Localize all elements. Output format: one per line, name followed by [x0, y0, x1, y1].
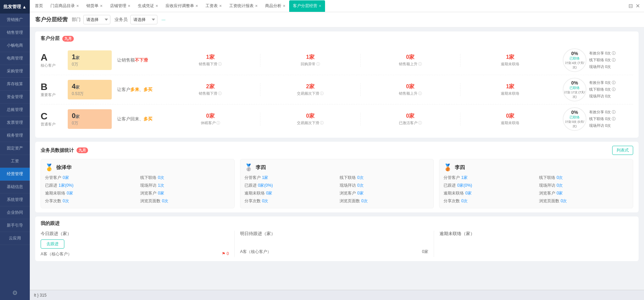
tab-close-icon[interactable]: ✕ [195, 4, 198, 8]
tier-circle-B: 0%已联络计划 17次 (7天/次) [563, 78, 586, 101]
bottom-bar: It } 315 [30, 290, 644, 300]
sidebar-item-库存核算[interactable]: 库存核算 [0, 78, 30, 91]
tab-close-button[interactable]: ✕ [636, 3, 640, 9]
business-stats-section: 业务员数据统计 九月 列表式 🥇徐泽华分管客户0家线下联络0次已跟进1家(0%)… [35, 142, 639, 212]
tier-circle-pct: 0% [571, 80, 578, 86]
staff-medal: 🥉 [444, 163, 452, 171]
follow-col-today: 今日跟进（家） 去跟进 A客（核心客户） ⚑ 0 [41, 231, 235, 257]
sidebar-item-经营管理[interactable]: 经营管理 [0, 168, 30, 181]
sidebar-item-小畅电商[interactable]: 小畅电商 [0, 39, 30, 52]
sidebar-item-发票管理[interactable]: 发票管理 [0, 116, 30, 129]
tab-close-icon[interactable]: ✕ [283, 4, 285, 8]
staff-name-row: 🥈李四 [244, 163, 430, 171]
list-view-button[interactable]: 列表式 [612, 146, 633, 155]
tab-工资统计报表[interactable]: 工资统计报表✕ [226, 0, 261, 12]
sidebar-item-电商管理[interactable]: 电商管理 [0, 52, 30, 65]
sidebar-item-云应用[interactable]: 云应用 [0, 232, 30, 245]
staff-stat-row: 浏览页面数0次 [140, 198, 230, 204]
sidebar-item-税务管理[interactable]: 税务管理 [0, 129, 30, 142]
tab-close-icon[interactable]: ✕ [255, 4, 258, 8]
tier-label-B: B重要客户 [41, 82, 68, 97]
tier-action-A: 让销售额不下滑 [117, 57, 158, 63]
tab-close-icon[interactable]: ✕ [100, 4, 103, 8]
staff-stat-label: 分管客户 [45, 175, 61, 181]
tier-circle-pct: 0% [571, 110, 578, 115]
staff-stat-val: 0次 [361, 198, 368, 204]
staff-stat-val: 0次 [262, 198, 269, 204]
tab-close-icon[interactable]: ✕ [319, 4, 321, 8]
sidebar-item-总账管理[interactable]: 总账管理 [0, 103, 30, 116]
tier-label-C: C普通客户 [41, 112, 68, 127]
tier-stat-num: 0家 [363, 54, 457, 61]
tab-actions: ⊟ ✕ [626, 3, 643, 9]
tab-label: 生成凭证 [138, 3, 154, 9]
tab-销货单[interactable]: 销货单✕ [83, 0, 106, 12]
tier-stat: 1家销售额下滑 ⓘ [160, 54, 260, 67]
staff-stat-val: 0家 [465, 190, 472, 196]
tier-stat-label: 销售额上升 ⓘ [363, 91, 457, 96]
sidebar-item-销售管理[interactable]: 销售管理 [0, 26, 30, 39]
tier-stat-num: 1家 [163, 54, 257, 61]
tier-stat-label: 逾期未联络 [463, 91, 557, 96]
sidebar-header: 批发管理 ▲ [0, 0, 30, 14]
tab-close-icon[interactable]: ✕ [76, 4, 79, 8]
tab-minimize-button[interactable]: ⊟ [628, 3, 633, 9]
sidebar-item-工资[interactable]: 工资 [0, 155, 30, 168]
tier-letter: A [41, 53, 68, 62]
dept-select[interactable]: 请选择 [83, 15, 110, 24]
follow-cols: 今日跟进（家） 去跟进 A客（核心客户） ⚑ 0 明日待跟进（家） A客（核心客… [41, 231, 633, 257]
tab-应收应付调整单[interactable]: 应收应付调整单✕ [162, 0, 202, 12]
staff-stat-label: 分享次数 [444, 198, 460, 204]
tab-商品分析[interactable]: 商品分析✕ [261, 0, 289, 12]
tier-row-A: A核心客户1家0万让销售额不下滑1家销售额下滑 ⓘ1家回购异常 ⓘ0家销售额上升… [41, 46, 633, 75]
go-follow-button[interactable]: 去跟进 [41, 239, 64, 249]
sidebar-item-营销推广[interactable]: 营销推广 [0, 14, 30, 26]
staff-stat-label: 现场拜访 [340, 183, 356, 188]
staff-card-李四: 🥈李四分管客户1家线下联络0次已跟进0家(0%)现场拜访0次逾期未联络0家浏览客… [240, 159, 434, 208]
tab-close-icon[interactable]: ✕ [128, 4, 130, 8]
sidebar-expand-icon[interactable]: ▲ [22, 4, 27, 9]
tab-工资表[interactable]: 工资表✕ [202, 0, 226, 12]
tab-门店商品目录[interactable]: 门店商品目录✕ [47, 0, 83, 12]
tier-stat-label: 逾期未联络 [463, 62, 557, 67]
sidebar-item-企业协同[interactable]: 企业协同 [0, 206, 30, 219]
more-filters-button[interactable]: ··· [162, 17, 166, 22]
staff-stats-grid: 分管客户1家线下联络0次已跟进0家(0%)现场拜访0次逾期未联络0家浏览客户0家… [444, 175, 629, 204]
staff-stat-label: 逾期未联络 [45, 190, 65, 196]
sidebar-item-基础信息[interactable]: 基础信息 [0, 181, 30, 193]
staff-stat-row: 浏览客户0家 [539, 190, 629, 196]
tab-close-icon[interactable]: ✕ [155, 4, 158, 8]
overdue-follow-title: 逾期未联络（家） [439, 231, 628, 237]
sidebar-item-采购管理[interactable]: 采购管理 [0, 65, 30, 78]
tab-close-icon[interactable]: ✕ [219, 4, 222, 8]
staff-stat-label: 浏览页面数 [539, 198, 559, 204]
staff-select[interactable]: 请选择 [130, 15, 157, 24]
tier-circle-label: 已联络 [570, 86, 580, 90]
tab-首页[interactable]: 首页 [31, 0, 47, 12]
staff-stats-grid: 分管客户0家线下联络0次已跟进1家(0%)现场拜访1次逾期未联络0家浏览客户0家… [45, 175, 230, 204]
tab-生成凭证[interactable]: 生成凭证✕ [134, 0, 162, 12]
sidebar-item-资金管理[interactable]: 资金管理 [0, 91, 30, 103]
sidebar-item-系统管理[interactable]: 系统管理 [0, 193, 30, 206]
tier-stat-num: 0家 [163, 113, 257, 120]
tier-right-stats-A: 有效分享 0次 ⓘ线下联络 0次 ⓘ现场拜访 0次 [589, 50, 633, 70]
tier-stat: 0家销售额上升 ⓘ [361, 54, 460, 67]
sidebar-item-固定资产[interactable]: 固定资产 [0, 142, 30, 155]
tier-count-box-B: 4家0.53万 [68, 80, 112, 99]
tab-客户分层经营[interactable]: 客户分层经营✕ [289, 0, 325, 12]
settings-icon[interactable]: ⚙ [12, 290, 18, 296]
tier-circle-A: 0%已联络计划 4次 (7天/次) [563, 48, 586, 72]
tier-stat-label: 销售额下滑 ⓘ [163, 91, 257, 96]
tab-店铺管理[interactable]: 店铺管理✕ [106, 0, 134, 12]
staff-stat-val: 0家 [63, 175, 69, 181]
tier-right-stat-item: 线下联络 0次 ⓘ [589, 57, 633, 64]
tier-right-stat-item: 线下联络 0次 ⓘ [589, 116, 633, 122]
sidebar-item-新手引导[interactable]: 新手引导 [0, 219, 30, 232]
tier-stat-label: 休眠客户 ⓘ [163, 120, 257, 125]
staff-stat-label: 现场拜访 [539, 183, 555, 188]
staff-stat-label: 逾期未联络 [244, 190, 265, 196]
staff-card-徐泽华: 🥇徐泽华分管客户0家线下联络0次已跟进1家(0%)现场拜访1次逾期未联络0家浏览… [41, 159, 235, 208]
customer-tier-title: 客户分层 九月 [41, 36, 633, 42]
tier-stat-num: 1家 [263, 54, 357, 61]
staff-stat-val: 1家 [262, 175, 269, 181]
